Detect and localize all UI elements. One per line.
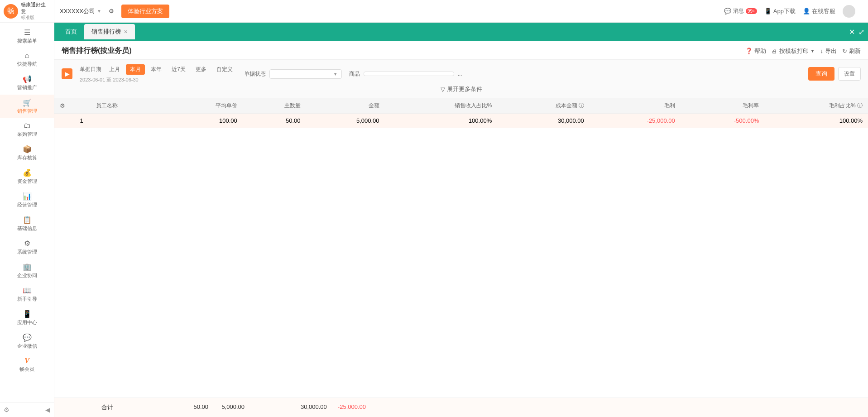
logo-line2: 标准版 [21, 14, 50, 21]
sidebar-item-member[interactable]: V 畅会员 [0, 353, 54, 376]
company-selector[interactable]: XXXXXX公司 ▼ [60, 7, 101, 15]
status-label: 单据状态 [244, 70, 266, 78]
online-service-label: 在线客服 [812, 7, 835, 15]
sidebar-item-quick-nav[interactable]: ⌂ 快捷导航 [0, 48, 54, 71]
app-download-label: App下载 [773, 7, 796, 15]
page-header: 销售排行榜(按业务员) ❓ 帮助 🖨 按模板打印 ▼ ↓ 导出 [54, 41, 868, 60]
cell-main-qty: 50.00 [243, 114, 306, 128]
refresh-label: 刷新 [849, 47, 861, 55]
goods-input[interactable] [364, 72, 454, 76]
settings-gear-icon: ⚙ [109, 8, 114, 14]
col-avg-price: 平均单价 [167, 98, 243, 114]
help-label: 帮助 [754, 47, 766, 55]
experience-button[interactable]: 体验行业方案 [121, 5, 169, 18]
table-area: ⚙ 员工名称 平均单价 主数量 全额 销售收入占比% 成本全额 ⓘ 毛利 毛利率… [54, 98, 868, 398]
sidebar-nav: ☰ 搜索菜单 ⌂ 快捷导航 📢 营销推广 🛒 销售管理 🗂 采购管理 📦 库存核… [0, 23, 54, 402]
date-btn-last-month[interactable]: 上月 [105, 64, 124, 75]
help-btn[interactable]: ❓ 帮助 [745, 47, 766, 55]
sidebar-item-guide[interactable]: 📖 新手引导 [0, 283, 54, 306]
tab-close-icon[interactable]: ✕ [124, 29, 128, 34]
logo-icon: 畅 [4, 4, 18, 19]
date-btn-last-7days[interactable]: 近7天 [168, 64, 190, 75]
company-chevron-icon: ▼ [97, 9, 101, 14]
sidebar-item-base-info[interactable]: 📋 基础信息 [0, 212, 54, 235]
date-btn-this-month[interactable]: 本月 [126, 64, 145, 75]
export-btn[interactable]: ↓ 导出 [820, 47, 837, 55]
col-cost: 成本全额 ⓘ [497, 98, 590, 114]
sidebar-collapse-icon[interactable]: ◀ [45, 406, 50, 413]
app-download-group[interactable]: 📱 App下载 [764, 7, 796, 15]
settings-icon[interactable]: ⚙ [60, 102, 65, 109]
purchase-icon: 🗂 [24, 122, 31, 130]
marketing-icon: 📢 [23, 75, 32, 83]
header-settings-btn[interactable]: ⚙ [105, 5, 118, 18]
cell-settings [54, 114, 72, 128]
wechat-icon: 💬 [23, 333, 32, 342]
tab-close-all-icon[interactable]: ✕ [849, 28, 855, 36]
template-print-btn[interactable]: 🖨 按模板打印 ▼ [772, 47, 815, 55]
date-btn-this-year[interactable]: 本年 [147, 64, 166, 75]
table-header-row: ⚙ 员工名称 平均单价 主数量 全额 销售收入占比% 成本全额 ⓘ 毛利 毛利率… [54, 98, 868, 114]
col-amount: 全额 [306, 98, 385, 114]
cell-gross-rate: -500.00% [681, 114, 765, 128]
help-icon: ❓ [745, 48, 753, 54]
cell-gross-ratio: 100.00% [764, 114, 868, 128]
date-quick-btns: 上月 本月 本年 近7天 更多 自定义 [105, 64, 237, 75]
query-button[interactable]: 查询 [808, 67, 834, 81]
system-icon: ⚙ [24, 239, 30, 248]
finance-icon: 💰 [23, 168, 32, 177]
footer-main-qty: 50.00 [177, 402, 214, 413]
cell-amount: 5,000.00 [306, 114, 385, 128]
footer-settings-spacer [60, 402, 78, 413]
service-icon: 👤 [803, 8, 810, 14]
cell-avg-price: 100.00 [167, 114, 243, 128]
bottom-settings-icon[interactable]: ⚙ [4, 406, 10, 413]
sidebar-item-enterprise[interactable]: 🏢 企业协同 [0, 259, 54, 283]
print-icon: 🖨 [772, 48, 777, 54]
refresh-icon: ↻ [842, 48, 847, 54]
sidebar-item-finance[interactable]: 💰 资金管理 [0, 165, 54, 188]
col-rank [72, 98, 91, 114]
col-settings[interactable]: ⚙ [54, 98, 72, 114]
sidebar: 畅 畅康通好生意 标准版 ☰ 搜索菜单 ⌂ 快捷导航 📢 营销推广 🛒 销售管理… [0, 0, 54, 417]
content-area: 销售排行榜(按业务员) ❓ 帮助 🖨 按模板打印 ▼ ↓ 导出 [54, 41, 868, 417]
sidebar-item-operations[interactable]: 📊 经营管理 [0, 188, 54, 212]
date-filter-row: 单据日期 上月 本月 本年 近7天 更多 自定义 [80, 64, 237, 75]
tab-sales-ranking[interactable]: 销售排行榜 ✕ [84, 24, 135, 39]
col-gross-rate: 毛利率 [681, 98, 765, 114]
search-orders-icon: ☰ [24, 28, 30, 37]
status-select[interactable]: ▼ [269, 69, 342, 79]
status-chevron-icon: ▼ [333, 72, 338, 77]
expand-more-btn[interactable]: ▽ 展开更多条件 [441, 85, 482, 93]
expand-icon: ▽ [441, 86, 445, 93]
tabs-bar: 首页 销售排行榜 ✕ ✕ ⤢ [54, 23, 868, 41]
footer-gross: -25,000.00 [332, 402, 371, 413]
sidebar-item-purchase[interactable]: 🗂 采购管理 [0, 118, 54, 141]
expand-label: 展开更多条件 [447, 85, 482, 93]
more-filter-btn[interactable]: ... [458, 71, 462, 77]
sidebar-item-sales[interactable]: 🛒 销售管理 [0, 95, 54, 118]
filter-expand-btn[interactable]: ▶ [62, 68, 72, 79]
online-service-group[interactable]: 👤 在线客服 [803, 7, 835, 15]
sidebar-item-wechat[interactable]: 💬 企业微信 [0, 330, 54, 353]
message-group[interactable]: 💬 消息 99+ [724, 7, 757, 15]
footer-avg-price-spacer [141, 402, 177, 413]
date-range-text: 2023-06-01 至 2023-06-30 [80, 77, 237, 83]
sidebar-item-search-orders[interactable]: ☰ 搜索菜单 [0, 24, 54, 48]
enterprise-icon: 🏢 [23, 263, 32, 271]
guide-icon: 📖 [23, 286, 32, 295]
sidebar-item-apps[interactable]: 📱 应用中心 [0, 306, 54, 330]
sidebar-item-marketing[interactable]: 📢 营销推广 [0, 71, 54, 95]
settings-button[interactable]: 设置 [838, 67, 861, 81]
table-row[interactable]: 1 100.00 50.00 5,000.00 100.00% 30,000.0… [54, 114, 868, 128]
sidebar-item-system[interactable]: ⚙ 系统管理 [0, 235, 54, 259]
sidebar-item-inventory[interactable]: 📦 库存核算 [0, 141, 54, 165]
logo-text: 畅康通好生意 标准版 [21, 1, 50, 21]
tab-expand-icon[interactable]: ⤢ [858, 28, 864, 36]
filter-action-btns: 查询 设置 [808, 67, 861, 81]
tab-home[interactable]: 首页 [58, 24, 84, 39]
date-btn-more[interactable]: 更多 [192, 64, 211, 75]
date-btn-custom[interactable]: 自定义 [212, 64, 237, 75]
refresh-btn[interactable]: ↻ 刷新 [842, 47, 861, 55]
avatar[interactable] [843, 5, 855, 18]
